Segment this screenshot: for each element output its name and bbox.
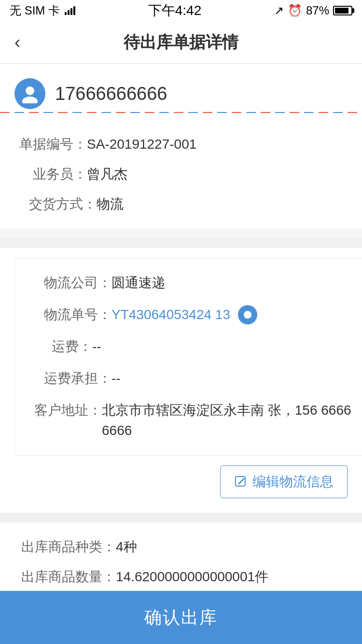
bottom-bar: 确认出库 xyxy=(0,591,362,644)
order-no-label: 单据编号： xyxy=(19,134,87,154)
customer-phone: 17666666666 xyxy=(55,84,167,104)
freight-label: 运费： xyxy=(34,336,92,357)
quantity-value: 14.6200000000000001件 xyxy=(116,567,343,587)
delivery-method-row: 交货方式： 物流 xyxy=(19,194,343,214)
svg-point-1 xyxy=(22,97,38,103)
status-bar: 无 SIM 卡 下午4:42 ↗ ⏰ 87% xyxy=(0,0,362,21)
pin-inner xyxy=(244,311,251,319)
alarm-icon: ⏰ xyxy=(288,4,302,17)
sales-person-value: 曾凡杰 xyxy=(87,164,343,184)
dashed-divider xyxy=(0,109,362,115)
location-icon: ↗ xyxy=(274,4,284,17)
freight-bearer-value: -- xyxy=(111,368,357,389)
sales-person-row: 业务员： 曾凡杰 xyxy=(19,164,343,184)
confirm-outbound-button[interactable]: 确认出库 xyxy=(144,606,218,630)
edit-logistics-label: 编辑物流信息 xyxy=(252,473,334,491)
edit-logistics-button[interactable]: 编辑物流信息 xyxy=(220,465,348,498)
logistics-section: 物流公司： 圆通速递 物流单号： YT43064053424 13 运费： --… xyxy=(0,248,362,513)
freight-bearer-row: 运费承担： -- xyxy=(34,368,357,389)
category-value: 4种 xyxy=(116,537,343,557)
page-title: 待出库单据详情 xyxy=(124,31,238,54)
logistics-company-row: 物流公司： 圆通速递 xyxy=(34,273,357,293)
logistics-card: 物流公司： 圆通速递 物流单号： YT43064053424 13 运费： --… xyxy=(14,258,362,456)
user-icon xyxy=(20,84,40,103)
section-divider-2 xyxy=(0,513,362,522)
location-pin-button[interactable] xyxy=(238,305,257,324)
svg-point-0 xyxy=(26,86,34,95)
avatar xyxy=(14,78,45,109)
address-label: 客户地址： xyxy=(34,400,102,420)
logistics-company-value: 圆通速递 xyxy=(111,273,357,293)
category-label: 出库商品种类： xyxy=(19,537,116,557)
tracking-no-value: YT43064053424 13 xyxy=(111,305,230,325)
freight-value: -- xyxy=(92,336,357,357)
quantity-row: 出库商品数量： 14.6200000000000001件 xyxy=(19,567,343,587)
edit-icon xyxy=(234,475,248,489)
nav-bar: ‹ 待出库单据详情 xyxy=(0,21,362,64)
order-no-row: 单据编号： SA-20191227-001 xyxy=(19,134,343,154)
tracking-no-label: 物流单号： xyxy=(34,305,111,325)
customer-header: 17666666666 xyxy=(0,64,362,109)
status-right: ↗ ⏰ 87% xyxy=(274,4,352,17)
edit-logistics-area: 编辑物流信息 xyxy=(14,465,348,498)
delivery-method-value: 物流 xyxy=(97,194,343,214)
freight-row: 运费： -- xyxy=(34,336,357,357)
battery-icon xyxy=(333,6,352,15)
address-value: 北京市市辖区海淀区永丰南 张，156 6666 6666 xyxy=(102,400,357,441)
quantity-label: 出库商品数量： xyxy=(19,567,116,587)
sales-person-label: 业务员： xyxy=(19,164,87,184)
logistics-company-label: 物流公司： xyxy=(34,273,111,293)
tracking-value: YT43064053424 13 xyxy=(111,305,257,325)
freight-bearer-label: 运费承担： xyxy=(34,368,111,389)
battery-percent: 87% xyxy=(306,4,329,17)
status-left: 无 SIM 卡 xyxy=(10,3,75,18)
delivery-method-label: 交货方式： xyxy=(19,194,97,214)
carrier-label: 无 SIM 卡 xyxy=(10,3,60,18)
back-button[interactable]: ‹ xyxy=(14,32,20,53)
order-info-section: 单据编号： SA-20191227-001 业务员： 曾凡杰 交货方式： 物流 xyxy=(0,120,362,229)
status-time: 下午4:42 xyxy=(148,1,202,20)
address-row: 客户地址： 北京市市辖区海淀区永丰南 张，156 6666 6666 xyxy=(34,400,357,441)
order-no-value: SA-20191227-001 xyxy=(87,134,343,154)
tracking-no-row: 物流单号： YT43064053424 13 xyxy=(34,305,357,325)
category-row: 出库商品种类： 4种 xyxy=(19,537,343,557)
section-divider xyxy=(0,238,362,248)
wifi-icon xyxy=(65,6,75,15)
